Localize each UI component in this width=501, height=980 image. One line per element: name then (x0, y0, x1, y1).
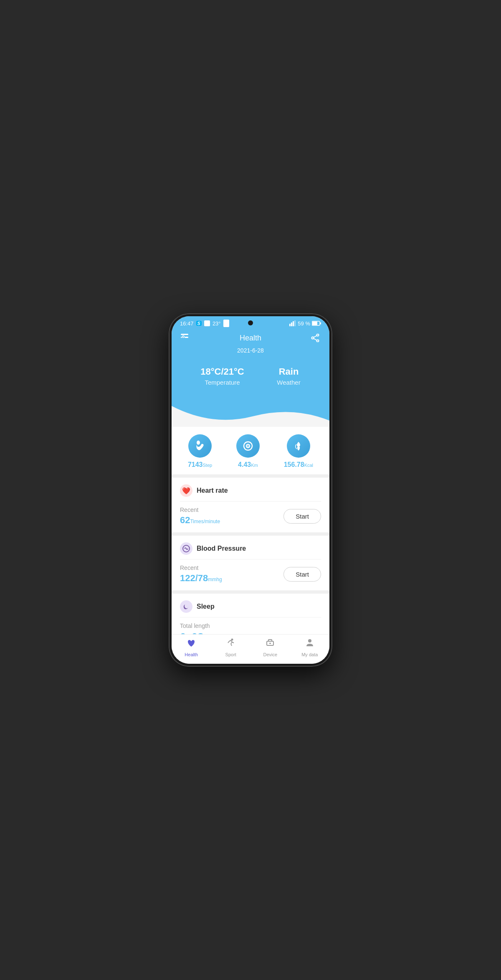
activity-section: 7143Step 4.43Km (172, 427, 329, 474)
heart-rate-card: ❤️ Heart rate Recent 62Times/minute Star… (172, 478, 329, 532)
svg-rect-6 (320, 322, 321, 325)
weather-section: 18°C/21°C Temperature Rain Weather (172, 362, 329, 390)
steps-item: 7143Step (188, 434, 212, 469)
page-title: Health (192, 334, 309, 343)
divider-1 (172, 474, 329, 478)
sport-nav-label: Sport (225, 652, 236, 657)
nav-mydata[interactable]: My data (290, 638, 330, 657)
divider-3 (172, 590, 329, 594)
blood-pressure-icon (180, 542, 192, 555)
temp-display: 23° (213, 320, 221, 327)
status-left: 16:47 S 23° (180, 320, 229, 327)
weather-condition-label: Weather (277, 379, 300, 386)
phone-screen: 16:47 S 23° 59 % (172, 316, 329, 664)
nav-device[interactable]: Device (250, 638, 290, 657)
calories-value: 156.78Kcal (284, 461, 313, 469)
sleep-card: Sleep Total length 0 H 08 M (172, 594, 329, 634)
svg-rect-3 (294, 320, 296, 326)
heart-rate-icon: ❤️ (180, 484, 192, 497)
calories-item: 156.78Kcal (284, 434, 313, 469)
heart-rate-title: Heart rate (197, 487, 228, 494)
sleep-value: 0 H 08 M (180, 631, 210, 634)
svg-rect-7 (181, 334, 188, 335)
blood-pressure-body: Recent 122/78mmhg Start (180, 564, 321, 584)
svg-rect-5 (312, 322, 317, 325)
battery-percent: 59 % (298, 320, 310, 327)
steps-value: 7143Step (188, 461, 212, 469)
distance-icon (236, 434, 260, 458)
share-icon[interactable] (309, 332, 321, 344)
blood-pressure-recent-label: Recent (180, 564, 222, 571)
svg-point-11 (183, 336, 184, 338)
health-nav-icon (186, 638, 196, 650)
heart-rate-info: Recent 62Times/minute (180, 506, 220, 526)
heart-rate-header: ❤️ Heart rate (180, 484, 321, 501)
wave-divider (172, 406, 329, 427)
heart-rate-value: 62Times/minute (180, 515, 220, 526)
temperature-item: 18°C/21°C Temperature (200, 366, 244, 386)
svg-line-16 (314, 339, 317, 340)
status-time: 16:47 (180, 320, 194, 327)
heart-rate-recent-label: Recent (180, 506, 220, 513)
temperature-value: 18°C/21°C (200, 366, 244, 377)
mydata-nav-label: My data (301, 652, 318, 657)
page-icon (223, 320, 229, 327)
mydata-nav-icon (305, 638, 315, 650)
sleep-total-label: Total length (180, 622, 210, 629)
weather-condition-value: Rain (277, 366, 300, 377)
sleep-header: Sleep (180, 600, 321, 617)
health-nav-label: Health (185, 652, 198, 657)
blood-pressure-header: Blood Pressure (180, 542, 321, 559)
blood-pressure-start-button[interactable]: Start (283, 567, 321, 582)
svg-rect-0 (289, 324, 291, 326)
steps-icon (188, 434, 212, 458)
stop-icon (204, 320, 210, 326)
blood-pressure-title: Blood Pressure (197, 545, 246, 552)
distance-value: 4.43Km (236, 461, 260, 469)
svg-point-13 (312, 337, 314, 339)
svg-point-17 (197, 441, 200, 445)
svg-point-25 (308, 639, 311, 642)
phone-frame: 16:47 S 23° 59 % (169, 314, 332, 666)
battery-icon (312, 321, 321, 326)
status-right: 59 % (289, 320, 321, 327)
heart-rate-start-button[interactable]: Start (283, 509, 321, 524)
device-nav-label: Device (263, 652, 277, 657)
divider-2 (172, 532, 329, 536)
blood-pressure-card: Blood Pressure Recent 122/78mmhg Start (172, 536, 329, 590)
svg-rect-1 (291, 322, 292, 326)
svg-point-14 (317, 340, 319, 342)
header-date: 2021-6-28 (172, 345, 329, 362)
svg-point-12 (317, 334, 319, 336)
menu-icon[interactable] (180, 332, 192, 344)
distance-item: 4.43Km (236, 434, 260, 469)
temperature-label: Temperature (200, 379, 244, 386)
sleep-info: Total length 0 H 08 M (180, 622, 210, 634)
main-content: 7143Step 4.43Km (172, 427, 329, 634)
blood-pressure-info: Recent 122/78mmhg (180, 564, 222, 584)
svg-line-15 (314, 336, 317, 338)
camera-notch (248, 320, 253, 325)
svg-rect-2 (293, 321, 294, 326)
header-section: Health 2021-6-28 18°C/21°C Temperature (172, 329, 329, 407)
skype-icon: S (196, 321, 202, 326)
sport-nav-icon (226, 638, 236, 650)
bottom-nav: Health Sport (172, 634, 329, 664)
status-bar: 16:47 S 23° 59 % (172, 316, 329, 329)
header-bar: Health (172, 329, 329, 345)
sleep-title: Sleep (197, 603, 215, 610)
svg-point-22 (231, 639, 233, 640)
device-nav-icon (265, 638, 275, 650)
signal-icon (289, 320, 296, 326)
heart-rate-body: Recent 62Times/minute Start (180, 506, 321, 526)
calories-icon (287, 434, 310, 458)
svg-point-20 (247, 446, 248, 447)
sleep-icon (180, 600, 192, 613)
nav-health[interactable]: Health (172, 638, 211, 657)
blood-pressure-value: 122/78mmhg (180, 573, 222, 584)
sleep-body: Total length 0 H 08 M (180, 622, 321, 634)
weather-condition-item: Rain Weather (277, 366, 300, 386)
nav-sport[interactable]: Sport (211, 638, 251, 657)
